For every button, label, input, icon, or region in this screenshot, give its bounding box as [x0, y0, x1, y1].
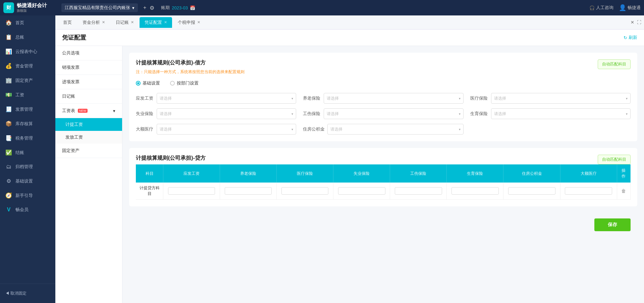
- tab-voucher-config-close[interactable]: ✕: [164, 20, 167, 24]
- sub-menu-item-pay-label: 发放工资: [65, 135, 83, 140]
- input-yanglao[interactable]: [225, 187, 272, 195]
- left-menu-journal-label: 日记账: [62, 94, 75, 99]
- add-icon[interactable]: +: [143, 5, 146, 11]
- select-gongshang[interactable]: 请选择 ▾: [324, 108, 463, 119]
- sidebar-item-ledger[interactable]: 📋 总账: [0, 30, 55, 44]
- input-zhufang[interactable]: [508, 187, 555, 195]
- form-row-shiye: 失业保险 请选择 ▾: [136, 108, 296, 119]
- sidebar-item-ledger-label: 总账: [15, 34, 24, 40]
- radio-basic[interactable]: 基础设置: [136, 80, 160, 86]
- refresh-btn[interactable]: ↻ 刷新: [624, 35, 637, 41]
- left-menu-purchase-invoice[interactable]: 进项发票: [55, 75, 122, 89]
- select-daeliao[interactable]: 请选择 ▾: [157, 124, 296, 135]
- consultant-btn[interactable]: 🎧 人工咨询: [589, 5, 613, 11]
- period-value[interactable]: 2023-03: [172, 5, 188, 10]
- company-selector[interactable]: 江西服宝精品有限责任公司内账张 ▾: [61, 3, 138, 12]
- cell-gongshang: [390, 183, 447, 200]
- select-yanglao[interactable]: 请选择 ▾: [324, 93, 463, 104]
- select-shengyu-placeholder: 请选择: [494, 111, 506, 117]
- logo-area: 财 畅捷通好会计 旗舰版: [3, 2, 59, 13]
- tab-funds-analysis-close[interactable]: ✕: [102, 20, 105, 24]
- cell-yiliao: [277, 183, 333, 200]
- left-menu-fixed-assets[interactable]: 固定资产: [55, 144, 122, 158]
- cancel-fixed-btn[interactable]: ◀ 取消固定: [0, 287, 55, 300]
- input-yingfa[interactable]: [168, 187, 215, 195]
- radio-department[interactable]: 按部门设置: [170, 80, 199, 86]
- sub-menu-item-accrue[interactable]: 计提工资: [55, 118, 122, 131]
- select-shengyu[interactable]: 请选择 ▾: [491, 108, 631, 119]
- sidebar-item-inventory[interactable]: 📦 库存核算: [0, 116, 55, 131]
- cell-shengyu: [447, 183, 503, 200]
- radio-department-label: 按部门设置: [177, 80, 199, 86]
- calendar-icon[interactable]: 📅: [190, 5, 195, 10]
- select-shiye[interactable]: 请选择 ▾: [157, 108, 296, 119]
- tab-tax-filing[interactable]: 个税申报 ✕: [173, 17, 205, 28]
- left-menu-payroll-table[interactable]: 工资表 NEW ▾: [55, 104, 122, 118]
- form-row-yiliao: 医疗保险 请选择 ▾: [470, 93, 631, 104]
- sidebar-item-assets-label: 固定资产: [15, 78, 33, 84]
- left-menu-journal[interactable]: 日记账: [55, 89, 122, 104]
- page-title: 凭证配置: [62, 34, 86, 42]
- sub-menu-item-pay[interactable]: 发放工资: [55, 131, 122, 144]
- sidebar-item-home[interactable]: 🏠 首页: [0, 15, 55, 30]
- input-yiliao[interactable]: [281, 187, 328, 195]
- select-yiliao[interactable]: 请选择 ▾: [491, 93, 631, 104]
- input-shiye[interactable]: [338, 187, 385, 195]
- cell-action: 🗑: [617, 183, 630, 200]
- select-shiye-placeholder: 请选择: [160, 111, 172, 117]
- sidebar-item-reports[interactable]: 📊 云报表中心: [0, 44, 55, 59]
- form-row-shengyu: 生育保险 请选择 ▾: [470, 108, 631, 119]
- sidebar-item-member[interactable]: V 畅会员: [0, 203, 55, 217]
- close-all-icon[interactable]: ✕: [631, 20, 634, 25]
- select-yanglao-arrow: ▾: [459, 97, 461, 100]
- save-button[interactable]: 保存: [594, 218, 631, 231]
- sidebar-item-archive-label: 归档管理: [15, 164, 33, 170]
- select-yiliao-placeholder: 请选择: [494, 96, 506, 101]
- credit-auto-match-btn[interactable]: 自动匹配科目: [598, 155, 631, 164]
- sidebar-item-guide-label: 新手引导: [15, 193, 33, 199]
- input-daeliao[interactable]: [565, 187, 612, 195]
- select-zhufang-placeholder: 请选择: [330, 127, 342, 132]
- input-gongshang[interactable]: [395, 187, 442, 195]
- label-shengyu: 生育保险: [470, 111, 488, 117]
- input-shengyu[interactable]: [451, 187, 498, 195]
- sidebar-item-closing[interactable]: ✅ 结账: [0, 145, 55, 160]
- headset-icon: 🎧: [589, 5, 595, 10]
- expand-icon[interactable]: ⛶: [637, 20, 641, 25]
- closing-icon: ✅: [5, 149, 12, 156]
- tab-journal-close[interactable]: ✕: [131, 20, 134, 24]
- credit-table: 科目 应发工资 养老保险 医疗保险 失业保险 工伤保险 生育保险 住房公积金 大…: [136, 164, 631, 200]
- tab-voucher-config[interactable]: 凭证配置 ✕: [140, 17, 172, 28]
- label-yingfa: 应发工资: [136, 95, 154, 101]
- select-yingfa-arrow: ▾: [291, 97, 293, 100]
- tab-journal[interactable]: 日记账 ✕: [111, 17, 139, 28]
- invoice-icon: 🧾: [5, 106, 12, 112]
- sidebar-item-tax[interactable]: 📑 税务管理: [0, 131, 55, 145]
- delete-row-icon[interactable]: 🗑: [621, 188, 626, 194]
- left-menu-sales-invoice[interactable]: 销项发票: [55, 60, 122, 75]
- radio-department-circle: [170, 81, 175, 86]
- select-zhufang[interactable]: 请选择 ▾: [327, 124, 463, 135]
- radio-basic-circle: [136, 81, 141, 86]
- sidebar-item-assets[interactable]: 🏢 固定资产: [0, 73, 55, 88]
- sidebar-item-settings[interactable]: ⚙ 基础设置: [0, 174, 55, 188]
- user-btn[interactable]: 👤 畅捷通: [619, 4, 641, 11]
- left-menu-public[interactable]: 公共选项: [55, 46, 122, 60]
- sidebar-item-member-label: 畅会员: [15, 207, 29, 213]
- label-yanglao: 养老保险: [303, 95, 321, 101]
- funds-icon: 💰: [5, 63, 12, 69]
- sidebar-item-invoice[interactable]: 🧾 发票管理: [0, 102, 55, 116]
- sidebar-item-salary[interactable]: 💵 工资: [0, 88, 55, 102]
- debit-auto-match-btn[interactable]: 自动匹配科目: [598, 59, 631, 69]
- sidebar-item-invoice-label: 发票管理: [15, 106, 33, 112]
- content-area: 首页 资金分析 ✕ 日记账 ✕ 凭证配置 ✕ 个税申报 ✕ ✕ ⛶: [55, 15, 644, 303]
- tab-tax-filing-close[interactable]: ✕: [197, 20, 200, 24]
- select-yingfa[interactable]: 请选择 ▾: [157, 93, 296, 104]
- form-row-yingfa: 应发工资 请选择 ▾: [136, 93, 296, 104]
- sidebar-item-guide[interactable]: 🧭 新手引导: [0, 188, 55, 203]
- sidebar-item-funds[interactable]: 💰 资金管理: [0, 59, 55, 73]
- settings-icon[interactable]: ⚙: [150, 5, 154, 11]
- tab-home[interactable]: 首页: [58, 17, 77, 28]
- tab-funds-analysis[interactable]: 资金分析 ✕: [77, 17, 110, 28]
- sidebar-item-archive[interactable]: 🗂 归档管理: [0, 160, 55, 174]
